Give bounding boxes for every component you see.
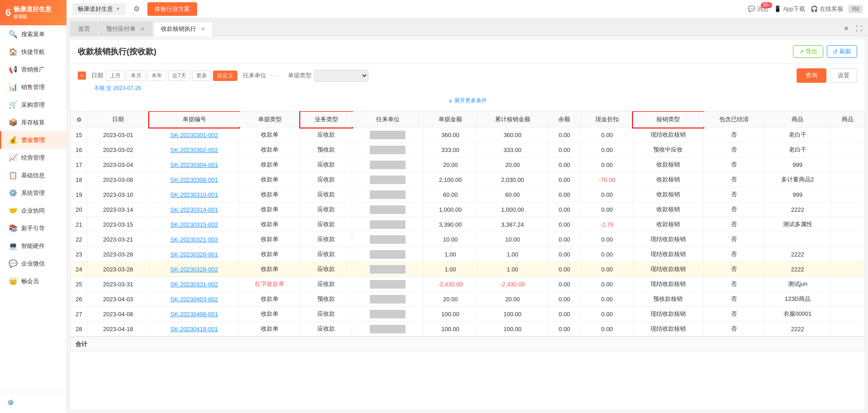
sidebar-item-sales[interactable]: 📊 销售管理: [0, 78, 66, 96]
row-date: 2023-03-15: [87, 217, 150, 232]
row-no: 23: [71, 247, 87, 262]
bill-no-link[interactable]: SK-20230310-001: [170, 191, 218, 198]
bill-no-link[interactable]: SK-20230315-002: [170, 221, 218, 228]
settings-button[interactable]: 设置: [830, 68, 857, 83]
row-bill-no[interactable]: SK-20230321-003: [149, 232, 239, 247]
date-filter: 日期 上月 本月 本年 近7天 更多 自定义: [91, 71, 237, 81]
row-bill-no[interactable]: SK-20230304-001: [149, 157, 239, 172]
export-button[interactable]: ↗ 导出: [793, 45, 823, 58]
row-included: 否: [703, 277, 764, 292]
solution-button[interactable]: 体验行业方案: [147, 2, 197, 16]
date-btn-last-month[interactable]: 上月: [106, 71, 125, 81]
sidebar-item-member[interactable]: 👑 畅会员: [0, 272, 66, 290]
bill-no-link[interactable]: SK-20230328-002: [170, 266, 218, 273]
row-bill-no[interactable]: SK-20230315-002: [149, 217, 239, 232]
sidebar-item-nav[interactable]: 🏠 快捷导航: [0, 43, 66, 61]
tab-home[interactable]: 首页: [71, 21, 98, 36]
expand-tab-button[interactable]: ⛶: [854, 23, 864, 34]
row-date: 2023-03-31: [87, 277, 150, 292]
query-button[interactable]: 查询: [797, 68, 826, 83]
bill-no-link[interactable]: SK-20230302-002: [170, 147, 218, 153]
row-discount: -2.76: [581, 217, 633, 232]
bill-type-select[interactable]: [314, 70, 368, 82]
row-partner: ██████: [352, 202, 424, 217]
col-biz-type: 业务类型: [300, 112, 352, 128]
sidebar-item-finance[interactable]: 💰 资金管理: [0, 131, 66, 149]
app-selector[interactable]: 畅康道好生意 ▼: [72, 3, 126, 15]
row-bill-no[interactable]: SK-20230328-002: [149, 262, 239, 277]
sidebar-item-inventory[interactable]: 📦 库存核算: [0, 114, 66, 131]
tab-collection[interactable]: 收款核销执行 ✕: [153, 22, 213, 36]
system-icon: ⚙️: [9, 189, 18, 197]
sidebar-item-search[interactable]: 🔍 搜索菜单: [0, 25, 66, 43]
row-no: 28: [71, 322, 87, 337]
sidebar-item-hardware[interactable]: 💻 智能硬件: [0, 237, 66, 255]
row-product2: [831, 322, 864, 337]
bill-no-link[interactable]: SK-20230304-001: [170, 161, 218, 168]
row-bill-no[interactable]: SK-20230310-001: [149, 187, 239, 202]
close-icon[interactable]: ✕: [201, 26, 205, 32]
row-product2: [831, 247, 864, 262]
bill-no-link[interactable]: SK-20230308-001: [170, 176, 218, 183]
row-bill-no[interactable]: SK-20230403-002: [149, 292, 239, 307]
close-icon[interactable]: ✕: [140, 26, 145, 32]
date-btn-this-month[interactable]: 本月: [127, 71, 146, 81]
row-bill-no[interactable]: SK-20230314-001: [149, 202, 239, 217]
sidebar-item-system[interactable]: ⚙️ 系统管理: [0, 184, 66, 202]
row-bill-no[interactable]: SK-20230308-001: [149, 172, 239, 187]
sidebar-item-guide[interactable]: 📚 新手引导: [0, 219, 66, 237]
row-bill-no[interactable]: SK-20230302-002: [149, 142, 239, 157]
filter-toggle-button[interactable]: »: [78, 71, 86, 80]
date-btn-7days[interactable]: 近7天: [168, 71, 190, 81]
bill-no-link[interactable]: SK-20230418-001: [170, 326, 218, 332]
expand-conditions-button[interactable]: ∨ 展开更多条件: [448, 95, 487, 106]
refresh-button[interactable]: ↺ 刷新: [827, 45, 857, 58]
app-download-button[interactable]: 📱 App下载: [774, 5, 805, 13]
page-title: 收款核销执行(按收款): [78, 46, 156, 57]
row-bill-type: 收款单: [239, 307, 300, 322]
sidebar-settings[interactable]: ⚙️: [0, 396, 66, 409]
online-service-button[interactable]: 🎧 在线客服: [811, 5, 843, 13]
row-discount: -70.00: [581, 172, 633, 187]
row-product2: [831, 277, 864, 292]
row-bill-no[interactable]: SK-20230301-002: [149, 128, 239, 142]
page-content: 收款核销执行(按收款) ↗ 导出 ↺ 刷新 » 日期 上月: [71, 40, 864, 409]
bill-no-link[interactable]: SK-20230408-001: [170, 311, 218, 318]
row-product1: 999: [764, 187, 831, 202]
sidebar-item-weixin[interactable]: 💬 企业微信: [0, 255, 66, 272]
date-btn-this-year[interactable]: 本年: [147, 71, 166, 81]
messages-button[interactable]: 💬 消息 99+: [748, 5, 769, 13]
col-discount: 现金折扣: [581, 112, 633, 128]
row-amount: 1.00: [424, 262, 477, 277]
bill-no-link[interactable]: SK-20230331-002: [170, 281, 218, 288]
sidebar-item-basic[interactable]: 📋 基础信息: [0, 166, 66, 184]
member-icon: 👑: [9, 277, 18, 285]
sidebar-item-purchase[interactable]: 🛒 采购管理: [0, 96, 66, 114]
row-bill-no[interactable]: SK-20230408-001: [149, 307, 239, 322]
row-discount: 0.00: [581, 142, 633, 157]
row-verify-type: 现结收款核销: [633, 247, 703, 262]
bill-no-link[interactable]: SK-20230321-003: [170, 236, 218, 243]
settings-gear-button[interactable]: ⚙: [129, 2, 144, 16]
sidebar-item-management[interactable]: 📈 经营管理: [0, 149, 66, 166]
tab-prepay[interactable]: 预付应付单 ✕: [99, 21, 152, 36]
row-bill-no[interactable]: SK-20230331-002: [149, 277, 239, 292]
user-avatar[interactable]: Rit: [849, 5, 863, 13]
bill-no-link[interactable]: SK-20230403-002: [170, 296, 218, 303]
row-bill-no[interactable]: SK-20230328-001: [149, 247, 239, 262]
row-bill-no[interactable]: SK-20230418-001: [149, 322, 239, 337]
col-gear[interactable]: ⚙: [71, 112, 87, 128]
row-product1: 衣服00001: [764, 307, 831, 322]
bill-no-link[interactable]: SK-20230328-001: [170, 251, 218, 258]
sidebar-item-marketing[interactable]: 📢 营销推广: [0, 61, 66, 78]
date-btn-custom[interactable]: 自定义: [213, 71, 237, 81]
close-tab-button[interactable]: ✕: [841, 23, 852, 34]
table-row: 212023-03-15SK-20230315-002收款单应收款██████3…: [71, 217, 864, 232]
date-btn-more[interactable]: 更多: [192, 71, 211, 81]
table-row: 232023-03-28SK-20230328-001收款单应收款██████1…: [71, 247, 864, 262]
row-balance: 0.00: [548, 172, 581, 187]
bill-no-link[interactable]: SK-20230301-002: [170, 132, 218, 138]
bill-no-link[interactable]: SK-20230314-001: [170, 206, 218, 213]
expand-row: ∨ 展开更多条件: [78, 95, 857, 106]
sidebar-item-collab[interactable]: 🤝 企业协同: [0, 202, 66, 219]
